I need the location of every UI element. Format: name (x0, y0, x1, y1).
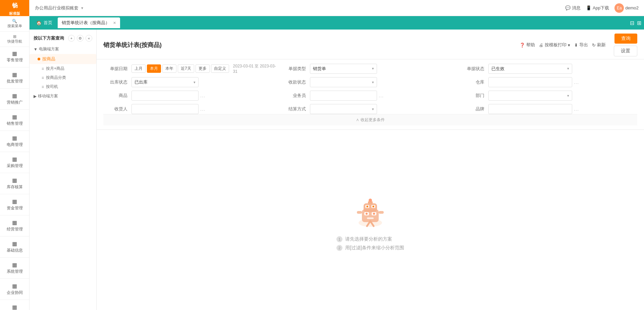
tab-bar: 🏠 首页 销货单统计表（按商品） ✕ ⊟ ⊞ (30, 16, 644, 30)
print-arrow: ▾ (568, 43, 570, 48)
sidebar-logo-subtitle: 标准版 (9, 11, 20, 16)
brand-input[interactable] (488, 104, 572, 114)
sidebar-item-电商管理[interactable]: ▦电商管理 (0, 132, 29, 151)
tree-item-by-goods[interactable]: 按商品 (30, 54, 96, 64)
refresh-btn[interactable]: ↻ 刷新 (592, 42, 606, 48)
brand-dots[interactable]: … (574, 106, 579, 112)
add-scheme-btn[interactable]: + (68, 35, 75, 42)
sidebar-item-资金管理[interactable]: ▦资金管理 (0, 195, 29, 214)
date-this-year[interactable]: 本年 (162, 64, 176, 73)
tab-active[interactable]: 销货单统计表（按商品） ✕ (58, 17, 120, 28)
sidebar-item-基础信息[interactable]: ▦基础信息 (0, 237, 29, 257)
tab-home[interactable]: 🏠 首页 (32, 17, 56, 28)
user-profile-btn[interactable]: Ea demo2 (614, 3, 639, 13)
sidebar-icon-10: ▦ (12, 262, 17, 268)
warehouse-dots[interactable]: … (574, 79, 579, 85)
pc-section-header[interactable]: ▼ 电脑端方案 (30, 44, 96, 54)
date-custom[interactable]: 自定义 (211, 64, 229, 73)
goods-control: … (131, 91, 280, 101)
empty-tips: 1 请先选择要分析的方案 2 用[过滤]条件来缩小分析范围 (336, 236, 404, 251)
query-button[interactable]: 查询 (614, 34, 637, 44)
type-select[interactable]: 销货单 ▾ (310, 64, 377, 74)
sidebar-item-新手引导[interactable]: ▦新手引导 (0, 301, 29, 310)
app-download-btn[interactable]: 📱 App下载 (586, 5, 609, 11)
date-last-month[interactable]: 上月 (131, 64, 146, 73)
empty-state: 1 请先选择要分析的方案 2 用[过滤]条件来缩小分析范围 (97, 130, 644, 310)
svg-point-12 (367, 206, 368, 207)
sidebar-item-营销推广[interactable]: ▦营销推广 (0, 89, 29, 109)
sidebar-quick-nav[interactable]: ⊞ 快捷导航 (0, 32, 29, 47)
sidebar-item-批发管理[interactable]: ▦批发管理 (0, 68, 29, 88)
status-dropdown-icon: ▾ (567, 66, 569, 71)
help-btn[interactable]: ❓ 帮助 (520, 42, 535, 48)
dept-control: ▾ (488, 91, 637, 101)
goods-input[interactable] (131, 91, 199, 101)
payment-dropdown-icon: ▾ (372, 80, 374, 85)
collapse-filter-btn[interactable]: ∧ 收起更多条件 (103, 114, 637, 125)
sidebar-item-系统管理[interactable]: ▦系统管理 (0, 258, 29, 278)
date-more[interactable]: 更多 (196, 64, 210, 73)
goods-label: 商品 (103, 93, 130, 99)
sidebar-divider-1 (0, 88, 29, 89)
tip-num-1: 1 (336, 236, 342, 242)
mobile-section-header[interactable]: ▶ 移动端方案 (30, 91, 96, 101)
type-control: 销货单 ▾ (310, 64, 459, 74)
refresh-icon: ↻ (592, 43, 596, 48)
receiver-dots[interactable]: … (200, 106, 205, 112)
sidebar-item-企业协同[interactable]: ▦企业协同 (0, 279, 29, 299)
tab-close-icon[interactable]: ✕ (113, 21, 116, 25)
salesperson-label: 业务员 (282, 93, 309, 99)
receiver-control: … (131, 104, 280, 114)
sidebar-icon-0: ▦ (12, 50, 17, 57)
status-value: 已生效 (491, 66, 504, 72)
sidebar-icon-4: ▦ (12, 135, 17, 141)
svg-rect-17 (379, 211, 384, 214)
tree-item-by-month-goods[interactable]: ≡ 按月+商品 (30, 64, 96, 73)
sidebar-search-menu[interactable]: 🔍 搜索菜单 (0, 16, 29, 32)
maximize-icon[interactable]: ⊞ (637, 20, 641, 26)
minimize-icon[interactable]: ⊟ (630, 20, 634, 26)
stock-dropdown-icon: ▾ (194, 80, 196, 85)
svg-rect-8 (367, 217, 374, 219)
salesperson-dots[interactable]: … (378, 93, 384, 99)
filter-area: 单据日期 上月 本月 本年 近7天 更多 自定义 2023-03-01 至 20… (97, 59, 644, 130)
sidebar-icon-1: ▦ (12, 71, 17, 78)
print-btn[interactable]: 🖨 按模板打印 ▾ (539, 42, 570, 48)
sidebar-item-采购管理[interactable]: ▦采购管理 (0, 153, 29, 172)
warehouse-input[interactable] (488, 77, 572, 87)
content-area: 按以下方案查询 + ⚙ « ▼ 电脑端方案 按商品 ≡ 按月+商品 ≡ (30, 30, 644, 310)
collapse-panel-btn[interactable]: « (86, 35, 92, 42)
salesperson-input[interactable] (310, 91, 377, 101)
sidebar-icon-3: ▦ (12, 114, 17, 120)
status-select[interactable]: 已生效 ▾ (488, 64, 572, 74)
payment-select[interactable]: ▾ (310, 77, 377, 87)
settlement-control: ▾ (310, 104, 459, 114)
goods-dots[interactable]: … (200, 93, 205, 99)
sidebar-item-库存核算[interactable]: ▦库存核算 (0, 174, 29, 193)
sidebar-item-经营管理[interactable]: ▦经营管理 (0, 216, 29, 236)
stock-select[interactable]: 已出库 ▾ (131, 77, 199, 87)
svg-rect-16 (357, 211, 362, 214)
export-btn[interactable]: ⬇ 导出 (574, 42, 588, 48)
message-btn[interactable]: 💬 消息 (565, 5, 581, 11)
settlement-select[interactable]: ▾ (310, 104, 377, 114)
settings-button[interactable]: 设置 (614, 46, 637, 56)
dept-label: 部门 (460, 93, 487, 99)
sidebar-item-零售管理[interactable]: ▦零售管理 (0, 47, 29, 66)
avatar: Ea (614, 3, 624, 13)
dept-select[interactable]: ▾ (488, 91, 572, 101)
date-7days[interactable]: 近7天 (178, 64, 194, 73)
sidebar-item-销售管理[interactable]: ▦销售管理 (0, 110, 29, 130)
tree-item-by-driver[interactable]: ≡ 按司机 (30, 82, 96, 91)
tab-expand: ⊟ ⊞ (630, 20, 641, 26)
tree-item-by-category[interactable]: ≡ 按商品分类 (30, 73, 96, 82)
sidebar-icon-11: ▦ (12, 283, 17, 289)
top-header-left: 办公用品行业模拟账套 ▾ (35, 5, 83, 11)
industry-dropdown[interactable]: ▾ (81, 6, 83, 10)
receiver-input[interactable] (131, 104, 199, 114)
expand-mobile-icon: ▶ (34, 94, 37, 99)
dept-dropdown-icon: ▾ (567, 94, 569, 98)
sidebar-divider-11 (0, 300, 29, 300)
date-this-month[interactable]: 本月 (147, 64, 161, 73)
settings-scheme-btn[interactable]: ⚙ (77, 35, 84, 42)
